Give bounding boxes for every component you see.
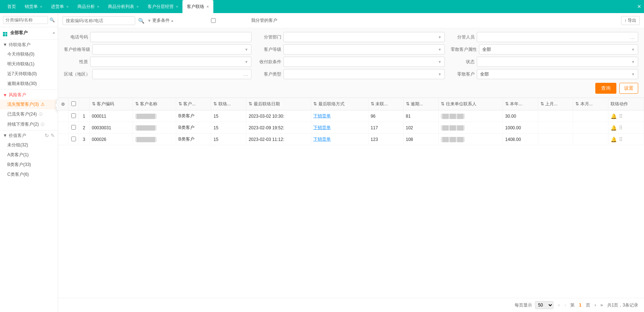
value-refresh-icon[interactable]: ↻ <box>45 133 49 138</box>
tab-customer-tier[interactable]: 客户分层经营 × <box>143 0 182 13</box>
row-checkbox-0[interactable] <box>71 113 76 118</box>
sidebar-item-ungroup[interactable]: 未分组(32) <box>0 140 58 150</box>
row-action-more-icon[interactable]: ⠿ <box>619 113 623 119</box>
filter-dept-select[interactable]: ▼ <box>283 32 445 42</box>
row-action-contact-icon[interactable]: 🔔 <box>611 113 617 119</box>
sidebar-item-a-class[interactable]: A类客户(1) <box>0 150 58 160</box>
page-size-select[interactable]: 50 100 200 <box>535 301 554 309</box>
filter-search-button[interactable]: 🔍 <box>138 18 144 24</box>
tab-analysis[interactable]: 商品分析 × <box>73 0 104 13</box>
value-edit-icon[interactable]: ✎ <box>51 133 55 138</box>
sidebar-item-churn-warning[interactable]: 流失预警客户(3) ⚠ <box>0 100 58 109</box>
sidebar-item-b-class[interactable]: B类客户(33) <box>0 160 58 170</box>
sidebar-search-icon[interactable]: 🔍 <box>49 17 55 23</box>
export-icon: ↑ <box>624 18 627 23</box>
risk-section-header[interactable]: ▼ 风险客户 <box>0 90 58 100</box>
col-type[interactable]: ⇅ 客户... <box>176 98 211 110</box>
pending-contact-label: 待联络客户 <box>9 42 31 48</box>
row-last-contact-way[interactable]: 下销货单 <box>311 122 369 134</box>
my-customers-checkbox-label[interactable]: 我分管的客户 <box>177 17 277 24</box>
col-contact[interactable]: ⇅ 联络... <box>211 98 246 110</box>
window-close-button[interactable]: × <box>637 3 641 11</box>
close-icon-sales[interactable]: × <box>40 4 42 9</box>
row-action: 🔔 ⠿ <box>608 110 644 122</box>
value-section-header[interactable]: ▼ 价值客户 ↻ ✎ <box>0 131 58 140</box>
row-checkbox-cell[interactable] <box>68 122 79 134</box>
col-this-year[interactable]: ⇅ 本年... <box>503 98 538 110</box>
sidebar-search-input[interactable] <box>3 16 48 24</box>
first-page-button[interactable]: « <box>556 302 562 308</box>
col-this-month[interactable]: ⇅ 本月... <box>573 98 608 110</box>
sidebar-item-7days-contact[interactable]: 近7天待联络(0) <box>0 69 58 79</box>
page-number[interactable]: 1 <box>577 302 583 308</box>
query-button[interactable]: 查询 <box>595 83 616 94</box>
filter-payment-select[interactable]: ▼ <box>283 57 445 67</box>
filter-zero-attr-select[interactable]: 全部 ▼ <box>479 44 638 54</box>
col-overdue[interactable]: ⇅ 逾期... <box>403 98 439 110</box>
filter-gender-select[interactable]: ▼ <box>90 57 251 67</box>
my-customers-checkbox[interactable] <box>177 18 250 23</box>
row-checkbox-cell[interactable] <box>68 110 79 122</box>
col-last-month[interactable]: ⇅ 上月... <box>538 98 573 110</box>
col-not-contacted[interactable]: ⇅ 未联... <box>368 98 403 110</box>
tab-purchase[interactable]: 进货单 × <box>47 0 73 13</box>
prev-page-button[interactable]: ‹ <box>563 302 567 308</box>
customer-grade-caret-icon: ▼ <box>438 48 442 52</box>
col-last-contact-date[interactable]: ⇅ 最后联络日期 <box>246 98 311 110</box>
sidebar-collapse-icon[interactable]: « <box>53 31 55 35</box>
filter-dept-label: 分管部门 <box>257 34 283 40</box>
filter-price-grade-select[interactable]: ▼ <box>92 44 251 54</box>
last-page-button[interactable]: » <box>599 302 604 308</box>
col-settings[interactable]: ⚙ <box>58 98 68 110</box>
filter-customer-grade-select[interactable]: ▼ <box>283 44 445 54</box>
settings-button[interactable]: 设置 <box>619 83 638 94</box>
select-all-checkbox[interactable] <box>71 101 76 106</box>
close-icon-customer-link[interactable]: × <box>206 4 209 9</box>
page-end-label: 页 <box>584 301 592 309</box>
filter-gender-label: 性质 <box>64 59 90 65</box>
row-last-contact-way[interactable]: 下销货单 <box>311 110 369 122</box>
col-checkbox[interactable] <box>68 98 79 110</box>
tab-analysis-list[interactable]: 商品分析列表 × <box>104 0 143 13</box>
filter-region-field: 区域（地区） … <box>64 69 251 79</box>
close-icon-customer-tier[interactable]: × <box>176 4 178 9</box>
row-action-contact-icon[interactable]: 🔔 <box>611 137 617 142</box>
close-icon-analysis-list[interactable]: × <box>136 4 138 9</box>
filter-search-input[interactable] <box>63 16 135 25</box>
row-checkbox-2[interactable] <box>71 137 76 141</box>
col-code[interactable]: ⇅ 客户编码 <box>89 98 133 110</box>
row-checkbox-1[interactable] <box>71 125 76 130</box>
filter-region-select[interactable]: … <box>92 69 251 79</box>
sidebar-item-today-contact[interactable]: 今天待联络(0) <box>0 49 58 59</box>
row-checkbox-cell[interactable] <box>68 134 79 145</box>
filter-person-select[interactable]: … <box>477 32 638 42</box>
col-last-contact-way[interactable]: ⇅ 最后联络方式 <box>311 98 369 110</box>
filter-status-select[interactable]: ▼ <box>477 57 638 67</box>
row-code: 000011 <box>89 110 133 122</box>
filter-customer-type-select[interactable]: ▼ <box>283 69 445 79</box>
pending-contact-section[interactable]: ▼ 待联络客户 <box>0 40 58 49</box>
next-page-button[interactable]: › <box>593 302 597 308</box>
row-action-contact-icon[interactable]: 🔔 <box>611 125 617 131</box>
filter-zero-customer-select[interactable]: 全部 ▼ <box>477 69 638 79</box>
close-icon-analysis[interactable]: × <box>97 4 99 9</box>
sidebar-item-declining[interactable]: 持续下滑客户(2) ⓘ <box>0 119 58 129</box>
row-action-more-icon[interactable]: ⠿ <box>619 125 623 131</box>
tab-sales[interactable]: 销货单 × <box>20 0 47 13</box>
col-name[interactable]: ⇅ 客户名称 <box>133 98 176 110</box>
tab-customer-link[interactable]: 客户联络 × <box>182 0 213 13</box>
sidebar-item-overdue-contact[interactable]: 逾期未联络(30) <box>0 79 58 89</box>
col-unit-contact[interactable]: ⇅ 往来单位联系人 <box>439 98 503 110</box>
close-icon-purchase[interactable]: × <box>66 4 68 9</box>
export-button[interactable]: ↑ 导出 <box>621 16 640 25</box>
sidebar-item-c-class[interactable]: C类客户(6) <box>0 170 58 179</box>
grid-icon <box>3 29 7 36</box>
filter-phone-input[interactable] <box>90 32 251 42</box>
row-last-contact-way[interactable]: 下销货单 <box>311 134 369 145</box>
sidebar-item-tomorrow-contact[interactable]: 明天待联络(1) <box>0 59 58 69</box>
row-action-more-icon[interactable]: ⠿ <box>619 137 623 142</box>
sidebar-item-churned[interactable]: 已流失客户(24) ⓘ <box>0 109 58 119</box>
all-customers-header[interactable]: 全部客户 « <box>0 27 58 39</box>
filter-more-conditions[interactable]: ▼ 更多条件 ▲ <box>147 17 174 24</box>
tab-home[interactable]: 首页 <box>3 0 20 13</box>
